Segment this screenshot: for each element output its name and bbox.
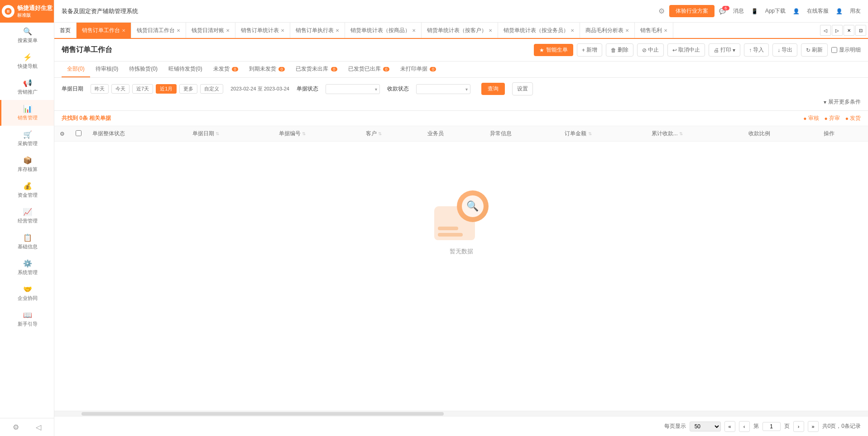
page-last-btn[interactable]: » [808,421,819,432]
th-amount[interactable]: 订单金额 ⇅ [559,126,646,142]
sidebar-item-search[interactable]: 🔍 搜索菜单 [0,23,54,48]
tab-home[interactable]: 首页 [54,23,77,38]
tab-sales-workbench[interactable]: 销售订单工作台 ✕ [77,23,131,38]
tab-daily-clear-close-icon[interactable]: ✕ [177,28,180,33]
tab-nav-expand[interactable]: ⊡ [855,25,866,36]
tab-sales-salesperson[interactable]: 销货单统计表（按业务员） ✕ [498,23,580,38]
tab-sales-goods-close-icon[interactable]: ✕ [412,28,416,33]
date-btn-custom[interactable]: 自定义 [200,84,223,94]
sidebar-item-system[interactable]: ⚙️ 系统管理 [0,255,54,280]
page-first-btn[interactable]: « [724,421,735,432]
subtab-shipped-not-out[interactable]: 已发货未出库 0 [290,62,342,77]
th-check[interactable] [70,126,87,142]
tab-sales-customer[interactable]: 销货单统计表（按客户） ✕ [422,23,498,38]
print-button[interactable]: 🖨 打印 ▾ [709,43,740,57]
th-customer[interactable]: 客户 ⇅ [360,126,422,142]
th-settings[interactable]: ⚙ [54,126,70,142]
sidebar-label-finance: 资金管理 [18,192,38,199]
date-btn-yesterday[interactable]: 昨天 [91,84,109,94]
sidebar-item-cooperation[interactable]: 🤝 企业协同 [0,280,54,306]
tab-sales-salesperson-close-icon[interactable]: ✕ [571,28,574,33]
subtab-shipped-out[interactable]: 已发货已出库 0 [343,62,395,77]
hscroll-thumb[interactable] [82,412,444,416]
ship-label: 发货 [850,114,861,122]
date-btn-more[interactable]: 更多 [179,84,197,94]
topbar-gear-icon[interactable]: ⚙ [658,7,665,15]
message-badge[interactable]: 💬 6 [719,8,726,14]
tab-sales-goods[interactable]: 销货单统计表（按商品） ✕ [345,23,422,38]
system-icon: ⚙️ [23,259,32,268]
tab-reconciliation[interactable]: 钱货日清对账 ✕ [186,23,235,38]
th-collected[interactable]: 累计收款... ⇅ [646,126,743,142]
page-number-input[interactable] [762,422,781,431]
tab-order-exec[interactable]: 销售订单执行表 ✕ [290,23,345,38]
tab-order-exec-close-icon[interactable]: ✕ [336,28,339,33]
import-button[interactable]: ↑ 导入 [744,43,769,57]
cancel-audit-btn[interactable]: ● 弃审 [825,114,840,122]
user-label[interactable]: 用友 [850,7,861,15]
cancel-stop-button[interactable]: ↩ 取消中止 [667,43,705,57]
sidebar-item-management[interactable]: 📈 经营管理 [0,203,54,229]
date-btn-7days[interactable]: 近7天 [132,84,153,94]
subtab-overdue-unshipped[interactable]: 到期未发货 0 [244,62,290,77]
show-detail-checkbox[interactable] [831,47,837,53]
tab-nav-close-all[interactable]: ✕ [844,25,854,36]
solution-button[interactable]: 体验行业方案 [669,5,715,17]
sidebar-item-sales[interactable]: 📊 销售管理 [0,100,54,126]
sidebar-item-inventory[interactable]: 📦 库存核算 [0,152,54,177]
date-btn-1month[interactable]: 近1月 [156,84,177,94]
sidebar-item-marketing[interactable]: 📢 营销推广 [0,74,54,100]
audit-btn[interactable]: ● 审核 [803,114,819,122]
subtab-all[interactable]: 全部(0) [62,62,90,77]
tab-sales-close-icon[interactable]: ✕ [122,28,125,33]
th-date[interactable]: 单据日期 ⇅ [187,126,274,142]
sidebar-item-basic[interactable]: 📋 基础信息 [0,229,54,255]
tab-gross-analysis[interactable]: 商品毛利分析表 ✕ [580,23,635,38]
table-scroll[interactable]: ⚙ 单据整体状态 单据日期 ⇅ 单据编号 ⇅ [54,126,868,411]
subtab-wangpu-ship[interactable]: 旺铺待发货(0) [163,62,208,77]
tab-reconciliation-close-icon[interactable]: ✕ [226,28,230,33]
tab-gross-analysis-close-icon[interactable]: ✕ [625,28,629,33]
collapse-icon[interactable]: ◁ [36,423,41,431]
online-support-label[interactable]: 在线客服 [807,7,829,15]
add-button[interactable]: + 新增 [577,43,602,57]
sidebar-item-quicknav[interactable]: ⚡ 快捷导航 [0,48,54,74]
tab-order-stats-close-icon[interactable]: ✕ [281,28,284,33]
export-button[interactable]: ↓ 导出 [772,43,797,57]
tab-sales-customer-close-icon[interactable]: ✕ [489,28,492,33]
smart-create-button[interactable]: ★ 智能生单 [534,44,573,56]
sidebar-item-newbie[interactable]: 📖 新手引导 [0,306,54,332]
th-number[interactable]: 单据编号 ⇅ [273,126,360,142]
expand-more-btn[interactable]: ▾ 展开更多条件 [824,98,861,106]
page-next-btn[interactable]: › [793,421,804,432]
settings-button[interactable]: 设置 [512,82,533,95]
page-prev-btn[interactable]: ‹ [739,421,750,432]
subtab-pending-audit[interactable]: 待审核(0) [90,62,124,77]
tab-daily-clear[interactable]: 钱货日清工作台 ✕ [131,23,186,38]
subtab-pending-check[interactable]: 待拣验货(0) [124,62,163,77]
filter-payment-select[interactable] [416,84,470,94]
sidebar-item-purchase[interactable]: 🛒 采购管理 [0,126,54,152]
ship-action-btn[interactable]: ● 发货 [845,114,861,122]
tab-nav-prev[interactable]: ◁ [820,25,831,36]
settings-bottom-icon[interactable]: ⚙ [13,423,19,431]
stop-button[interactable]: ⊘ 中止 [637,43,664,57]
filter-status-select[interactable] [326,84,380,94]
print-icon: 🖨 [714,47,719,53]
tab-sales-gross-close-icon[interactable]: ✕ [664,28,667,33]
tab-nav-next[interactable]: ▷ [832,25,843,36]
per-page-select[interactable]: 10 20 50 100 [690,422,721,431]
query-button[interactable]: 查询 [481,83,505,95]
subtab-unprinted[interactable]: 未打印单据 0 [395,62,441,77]
refresh-button[interactable]: ↻ 刷新 [801,43,828,57]
date-btn-today[interactable]: 今天 [111,84,129,94]
tab-sales-gross[interactable]: 销售毛利 ✕ [635,23,673,38]
delete-button[interactable]: 🗑 删除 [606,43,633,57]
subtab-unshipped[interactable]: 未发货 0 [208,62,244,77]
brand-name: 畅捷通好生意 [17,4,53,12]
show-detail-label[interactable]: 显示明细 [831,46,861,54]
sidebar-item-finance[interactable]: 💰 资金管理 [0,177,54,203]
select-all-checkbox[interactable] [76,130,82,136]
tab-order-stats[interactable]: 销售订单统计表 ✕ [235,23,290,38]
app-download-label[interactable]: App下载 [765,7,786,15]
